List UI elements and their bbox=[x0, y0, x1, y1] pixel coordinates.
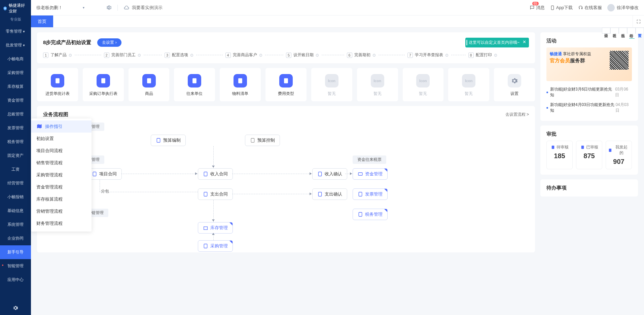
quick-tile[interactable]: Icon暂无 bbox=[311, 68, 352, 101]
quick-tile[interactable]: 物料清单 bbox=[220, 68, 261, 101]
logo[interactable]: 畅捷通好业财 bbox=[0, 0, 31, 17]
close-icon[interactable]: ✕ bbox=[523, 39, 526, 44]
guide-head[interactable]: 操作指引 bbox=[31, 120, 92, 133]
svg-rect-9 bbox=[251, 138, 254, 142]
play-icon: ⊙ bbox=[138, 53, 141, 58]
guide-item[interactable]: 项目合同流程 bbox=[31, 145, 92, 157]
sidebar-item[interactable]: 库存核算 bbox=[0, 80, 31, 94]
sidebar-item[interactable]: 发票管理 bbox=[0, 121, 31, 135]
go-setup-button[interactable]: 去设置 › bbox=[97, 38, 121, 47]
sidebar-item[interactable]: 新手引导 bbox=[0, 245, 31, 259]
flow-node-stock-mgmt[interactable]: 库存管理 bbox=[198, 222, 233, 234]
rail-item[interactable]: 服务社区 bbox=[610, 28, 619, 34]
sidebar-item[interactable]: 固定资产 bbox=[0, 149, 31, 163]
sidebar-item[interactable]: 工资 bbox=[0, 163, 31, 176]
fullscreen-button[interactable] bbox=[633, 15, 644, 27]
sidebar-item[interactable]: 批发管理▼ bbox=[0, 38, 31, 52]
account-selector[interactable]: 徐老板勿删！ ▾ bbox=[36, 5, 104, 11]
guide-item[interactable]: 财务管理流程 bbox=[31, 217, 92, 230]
sidebar-item[interactable]: 采购管理 bbox=[0, 66, 31, 80]
guide-item[interactable]: 初始设置 bbox=[31, 133, 92, 145]
quick-tile[interactable]: 商品 bbox=[129, 68, 170, 101]
quick-tile[interactable]: Icon暂无 bbox=[357, 68, 398, 101]
sidebar-item[interactable]: 资金管理 bbox=[0, 94, 31, 107]
document-icon bbox=[191, 77, 198, 84]
approve-stat[interactable]: 已审核875 bbox=[576, 141, 602, 169]
approve-stat[interactable]: 我发起的907 bbox=[606, 141, 632, 169]
news-item[interactable]: 新功能|好业财4月03日功能更新抢先知04月03日 bbox=[546, 100, 632, 115]
setup-step[interactable]: 1了解产品⊙ bbox=[43, 52, 104, 58]
quick-tile[interactable]: 采购订单执行表 bbox=[83, 68, 124, 101]
guide-item[interactable]: 采购管理流程 bbox=[31, 169, 92, 181]
setup-step[interactable]: 2完善部门员工⊙ bbox=[104, 52, 165, 58]
svg-rect-3 bbox=[101, 78, 105, 83]
flow-node-income-contract[interactable]: 收入合同 bbox=[198, 168, 233, 180]
setup-step[interactable]: 4完善商品客户⊙ bbox=[225, 52, 286, 58]
svg-rect-4 bbox=[147, 78, 151, 83]
user-menu[interactable]: 徐泽华修改 bbox=[607, 4, 639, 11]
sidebar-item[interactable]: 小畅报销 bbox=[0, 190, 31, 204]
setup-step[interactable]: 5设开账日期⊙ bbox=[286, 52, 347, 58]
rail-item[interactable]: 帮助中心 bbox=[627, 28, 636, 34]
sidebar-item[interactable]: 系统管理 bbox=[0, 218, 31, 232]
guide-item[interactable]: 库存核算流程 bbox=[31, 193, 92, 205]
sidebar-item[interactable]: 智能管理 bbox=[0, 259, 31, 273]
guide-item[interactable]: 资金管理流程 bbox=[31, 181, 92, 193]
quick-tile[interactable]: Icon暂无 bbox=[403, 68, 444, 101]
rail-item[interactable]: 桌面快捷 bbox=[602, 28, 610, 34]
nav-settings-button[interactable] bbox=[0, 302, 31, 315]
quick-tile[interactable]: 设置 bbox=[494, 68, 535, 101]
svg-rect-16 bbox=[359, 192, 362, 196]
flow-node-income-confirm[interactable]: 收入确认 bbox=[312, 168, 347, 180]
cart-icon bbox=[203, 243, 208, 249]
phone-icon bbox=[550, 5, 555, 10]
customize-tip: 这里可以自定义首页内容哦~ ✕ bbox=[465, 38, 529, 47]
online-service-button[interactable]: 在线客服 bbox=[578, 5, 602, 11]
rail-item[interactable]: 首页设置 bbox=[636, 28, 644, 34]
flow-node-proj-contract[interactable]: 项目合同 bbox=[87, 168, 122, 180]
play-icon: ⊙ bbox=[445, 53, 449, 58]
flow-node-budget-ctrl[interactable]: 预算控制 bbox=[245, 135, 280, 146]
headset-icon bbox=[578, 5, 583, 10]
setup-step[interactable]: 7学习开单查报表⊙ bbox=[407, 52, 468, 58]
sidebar-item[interactable]: 税务管理 bbox=[0, 135, 31, 149]
flow-node-expense-contract[interactable]: 支出合同 bbox=[198, 188, 233, 200]
messages-button[interactable]: 消息 65 bbox=[530, 5, 545, 11]
flow-node-purchase-mgmt[interactable]: 采购管理 bbox=[198, 240, 233, 252]
app-download-button[interactable]: App下载 bbox=[550, 5, 573, 11]
quick-tile[interactable]: 进货单统计表 bbox=[37, 68, 78, 101]
quick-tile[interactable]: 往来单位 bbox=[174, 68, 215, 101]
demo-link[interactable]: 我要看实例演示 bbox=[132, 5, 163, 11]
flow-node-fund-mgmt[interactable]: 资金管理 bbox=[353, 168, 388, 180]
document-icon bbox=[92, 171, 97, 177]
play-icon: ⊙ bbox=[494, 53, 497, 58]
tab-home[interactable]: 首页 bbox=[31, 15, 53, 27]
quick-tile[interactable]: 费用类型 bbox=[265, 68, 307, 101]
sidebar-item[interactable]: 应用中心 bbox=[0, 273, 31, 287]
avatar bbox=[607, 4, 615, 11]
news-item[interactable]: 新功能|好业财3月6日功能更新抢先知03月06日 bbox=[546, 84, 632, 100]
quick-tile[interactable]: Icon暂无 bbox=[448, 68, 489, 101]
sidebar-item[interactable]: 零售管理▼ bbox=[0, 25, 31, 38]
sidebar-item[interactable]: 企业协同 bbox=[0, 232, 31, 245]
sidebar-item[interactable]: 总账管理 bbox=[0, 107, 31, 121]
rail-item[interactable]: 客服热线 bbox=[619, 28, 627, 34]
setup-card: 8步完成产品初始设置 去设置 › 这里可以自定义首页内容哦~ ✕ 1了解产品⊙2… bbox=[37, 32, 535, 63]
guide-item[interactable]: 销售管理流程 bbox=[31, 157, 92, 169]
activity-banner[interactable]: 畅捷通 享社群专属权益 官方会员服务群 bbox=[546, 47, 632, 81]
svg-rect-5 bbox=[193, 78, 197, 83]
config-icon-button[interactable] bbox=[106, 5, 111, 10]
setup-step[interactable]: 8配置打印⊙ bbox=[468, 52, 529, 58]
setup-step[interactable]: 6完善期初⊙ bbox=[347, 52, 408, 58]
guide-item[interactable]: 营销管理流程 bbox=[31, 205, 92, 217]
flow-node-tax-mgmt[interactable]: 税务管理 bbox=[353, 209, 388, 220]
setup-step[interactable]: 3配置选项⊙ bbox=[165, 52, 225, 58]
flow-settings-link[interactable]: 去设置流程 > bbox=[505, 112, 529, 117]
sidebar-item[interactable]: 小畅电商 bbox=[0, 52, 31, 66]
sidebar-item[interactable]: 经营管理 bbox=[0, 176, 31, 190]
flow-node-budget-make[interactable]: 预算编制 bbox=[151, 135, 186, 146]
sidebar-item[interactable]: 基础信息 bbox=[0, 204, 31, 218]
approve-stat[interactable]: 待审核185 bbox=[546, 141, 573, 169]
flow-node-expense-confirm[interactable]: 支出确认 bbox=[312, 188, 347, 200]
flow-node-invoice-mgmt[interactable]: 发票管理 bbox=[353, 188, 388, 200]
